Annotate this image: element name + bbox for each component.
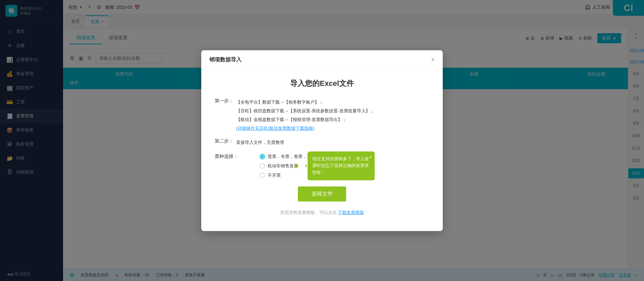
radio-group: 普票，专票，卷票，通行费发票，农产品销售发票 机动车销售发票 × 现在支持的票种… <box>260 154 364 178</box>
select-file-button[interactable]: 选择文件 <box>298 186 346 202</box>
modal-footer-note: 若您没有发票模版，可以点击 下载发票模版 <box>215 210 429 221</box>
modal-main-title: 导入您的Excel文件 <box>215 78 429 89</box>
modal-overlay: 销项数据导入 × 导入您的Excel文件 第一步： 【全电平台】数据下载→【税务… <box>0 0 644 281</box>
modal-header: 销项数据导入 × <box>201 50 443 68</box>
step1-content: 【全电平台】数据下载→【税务数字账户】； 【百旺】税控盘数据下载→【系统设置-系… <box>236 98 374 131</box>
radio-no-ticket-label: 不开票 <box>268 172 281 178</box>
radio-normal-circle <box>260 154 265 159</box>
step2-section: 第二步： 直接导入文件，无需整理 <box>215 138 429 147</box>
tooltip-text: 现在支持的票种多了，导入发票时别忘了选择正确的发票类型呀！ <box>312 156 369 175</box>
tooltip-close-btn[interactable]: × <box>369 153 372 161</box>
modal-body: 导入您的Excel文件 第一步： 【全电平台】数据下载→【税务数字账户】； 【百… <box>201 68 443 231</box>
step1-line3: 【航信】金税盘数据下载→【报税管理-发票数据导出】； <box>236 115 374 124</box>
step1-section: 第一步： 【全电平台】数据下载→【税务数字账户】； 【百旺】税控盘数据下载→【系… <box>215 98 429 131</box>
radio-motor[interactable]: 机动车销售发票 × 现在支持的票种多了，导入发票时别忘了选择正确的发票类型呀！ <box>260 163 364 169</box>
step2-label: 第二步： <box>215 138 233 144</box>
modal-title: 销项数据导入 <box>209 56 241 63</box>
ticket-section: 票种选择： 普票，专票，卷票，通行费发票，农产品销售发票 机动车销售发票 <box>215 154 429 178</box>
step1-link[interactable]: (详细操作见百旺/航信发票数据下载指南) <box>236 126 314 131</box>
radio-no-ticket-circle <box>260 173 265 178</box>
step1-line2: 【百旺】税控盘数据下载→【系统设置-系统参数设置-发票批量导入】； <box>236 107 374 115</box>
step2-content: 直接导入文件，无需整理 <box>236 138 284 147</box>
radio-motor-circle <box>260 163 265 169</box>
step1-label: 第一步： <box>215 98 233 129</box>
tooltip-bubble: × 现在支持的票种多了，导入发票时别忘了选择正确的发票类型呀！ <box>308 151 375 180</box>
ticket-label: 票种选择： <box>215 154 238 160</box>
modal-close-btn[interactable]: × <box>431 57 435 63</box>
download-template-link[interactable]: 下载发票模版 <box>338 210 364 215</box>
modal: 销项数据导入 × 导入您的Excel文件 第一步： 【全电平台】数据下载→【税务… <box>201 50 443 231</box>
footer-note-text: 若您没有发票模版，可以点击 <box>280 210 337 215</box>
step1-line1: 【全电平台】数据下载→【税务数字账户】； <box>236 98 374 107</box>
radio-motor-label: 机动车销售发票 <box>268 163 298 169</box>
